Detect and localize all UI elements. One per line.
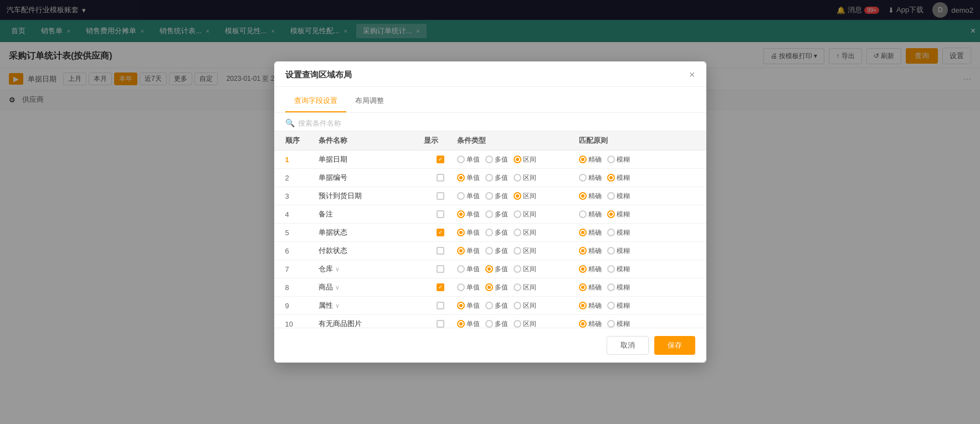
checkbox[interactable] [437, 283, 444, 291]
type-radio-item[interactable]: 区间 [514, 283, 536, 292]
type-radio-item[interactable]: 区间 [514, 246, 536, 256]
match-radio-item[interactable]: 模糊 [607, 173, 630, 183]
type-radio-item[interactable]: 多值 [485, 192, 508, 201]
type-radio-item[interactable]: 单值 [457, 173, 480, 183]
radio-btn[interactable] [485, 320, 493, 328]
checkbox[interactable] [437, 229, 444, 236]
radio-btn[interactable] [514, 210, 521, 218]
match-radio-item[interactable]: 精确 [579, 155, 602, 164]
type-radio-item[interactable]: 区间 [514, 173, 536, 183]
radio-btn[interactable] [514, 192, 521, 200]
match-radio-item[interactable]: 精确 [579, 283, 602, 292]
match-radio-item[interactable]: 精确 [579, 192, 602, 201]
chevron-down-icon[interactable]: ∨ [335, 266, 340, 273]
radio-btn[interactable] [579, 156, 587, 163]
type-radio-item[interactable]: 单值 [457, 228, 480, 237]
tab-layout[interactable]: 布局调整 [346, 92, 393, 112]
match-radio-item[interactable]: 精确 [579, 246, 602, 256]
radio-btn[interactable] [579, 174, 587, 182]
radio-btn[interactable] [514, 265, 521, 273]
radio-btn[interactable] [457, 229, 465, 236]
match-radio-item[interactable]: 模糊 [607, 210, 630, 219]
match-radio-item[interactable]: 模糊 [607, 155, 630, 164]
display-checkbox[interactable] [424, 192, 457, 200]
match-radio-item[interactable]: 精确 [579, 173, 602, 183]
type-radio-item[interactable]: 单值 [457, 246, 480, 256]
radio-btn[interactable] [607, 302, 615, 309]
type-radio-item[interactable]: 区间 [514, 228, 536, 237]
search-input[interactable] [298, 119, 409, 127]
type-radio-item[interactable]: 多值 [485, 155, 508, 164]
radio-btn[interactable] [485, 247, 493, 255]
match-radio-item[interactable]: 精确 [579, 301, 602, 311]
checkbox[interactable] [437, 192, 444, 200]
radio-btn[interactable] [485, 174, 493, 182]
tab-query-fields[interactable]: 查询字段设置 [285, 92, 346, 112]
checkbox[interactable] [437, 320, 444, 328]
display-checkbox[interactable] [424, 229, 457, 236]
match-radio-item[interactable]: 精确 [579, 210, 602, 219]
radio-btn[interactable] [607, 192, 615, 200]
cancel-button[interactable]: 取消 [607, 336, 649, 355]
type-radio-item[interactable]: 多值 [485, 301, 508, 311]
radio-btn[interactable] [457, 283, 465, 291]
radio-btn[interactable] [457, 320, 465, 328]
type-radio-item[interactable]: 单值 [457, 283, 480, 292]
match-radio-item[interactable]: 模糊 [607, 246, 630, 256]
type-radio-item[interactable]: 区间 [514, 301, 536, 311]
radio-btn[interactable] [514, 229, 521, 236]
radio-btn[interactable] [485, 229, 493, 236]
type-radio-item[interactable]: 多值 [485, 246, 508, 256]
chevron-down-icon[interactable]: ∨ [335, 302, 340, 309]
checkbox[interactable] [437, 156, 444, 163]
type-radio-item[interactable]: 多值 [485, 228, 508, 237]
chevron-down-icon[interactable]: ∨ [335, 284, 340, 291]
checkbox[interactable] [437, 210, 444, 218]
radio-btn[interactable] [457, 192, 465, 200]
display-checkbox[interactable] [424, 247, 457, 255]
display-checkbox[interactable] [424, 320, 457, 328]
type-radio-item[interactable]: 多值 [485, 319, 508, 328]
type-radio-item[interactable]: 区间 [514, 192, 536, 201]
display-checkbox[interactable] [424, 174, 457, 182]
type-radio-item[interactable]: 多值 [485, 265, 508, 274]
radio-btn[interactable] [579, 265, 587, 273]
radio-btn[interactable] [514, 156, 521, 163]
radio-btn[interactable] [514, 302, 521, 309]
radio-btn[interactable] [485, 265, 493, 273]
match-radio-item[interactable]: 模糊 [607, 265, 630, 274]
radio-btn[interactable] [607, 174, 615, 182]
radio-btn[interactable] [457, 210, 465, 218]
display-checkbox[interactable] [424, 302, 457, 309]
display-checkbox[interactable] [424, 265, 457, 273]
type-radio-item[interactable]: 多值 [485, 210, 508, 219]
type-radio-item[interactable]: 多值 [485, 173, 508, 183]
match-radio-item[interactable]: 精确 [579, 228, 602, 237]
radio-btn[interactable] [514, 247, 521, 255]
radio-btn[interactable] [457, 156, 465, 163]
radio-btn[interactable] [579, 283, 587, 291]
type-radio-item[interactable]: 区间 [514, 210, 536, 219]
radio-btn[interactable] [485, 156, 493, 163]
radio-btn[interactable] [579, 247, 587, 255]
type-radio-item[interactable]: 单值 [457, 155, 480, 164]
type-radio-item[interactable]: 区间 [514, 319, 536, 328]
type-radio-item[interactable]: 单值 [457, 192, 480, 201]
radio-btn[interactable] [457, 302, 465, 309]
match-radio-item[interactable]: 精确 [579, 265, 602, 274]
match-radio-item[interactable]: 模糊 [607, 319, 630, 328]
display-checkbox[interactable] [424, 283, 457, 291]
checkbox[interactable] [437, 302, 444, 309]
radio-btn[interactable] [457, 247, 465, 255]
radio-btn[interactable] [579, 192, 587, 200]
match-radio-item[interactable]: 模糊 [607, 301, 630, 311]
radio-btn[interactable] [607, 229, 615, 236]
dialog-close-btn[interactable]: × [689, 69, 695, 81]
radio-btn[interactable] [579, 229, 587, 236]
radio-btn[interactable] [607, 156, 615, 163]
type-radio-item[interactable]: 单值 [457, 210, 480, 219]
match-radio-item[interactable]: 精确 [579, 319, 602, 328]
radio-btn[interactable] [514, 174, 521, 182]
type-radio-item[interactable]: 单值 [457, 319, 480, 328]
radio-btn[interactable] [485, 192, 493, 200]
